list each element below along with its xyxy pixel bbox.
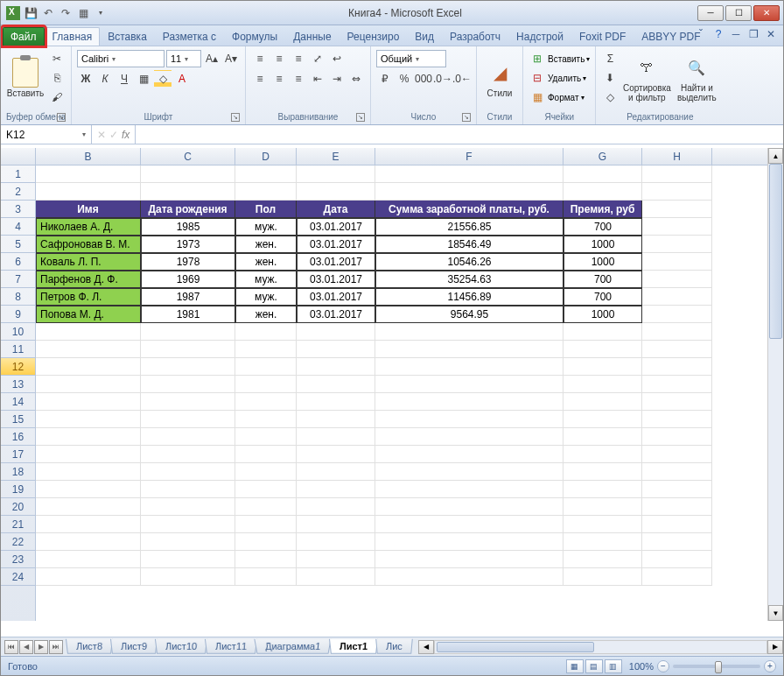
wrap-text-icon[interactable]: ↩: [328, 50, 346, 67]
cell[interactable]: [141, 341, 235, 358]
tab-file[interactable]: Файл: [3, 27, 45, 46]
scroll-right-icon[interactable]: ▶: [767, 640, 783, 654]
cell[interactable]: [375, 516, 564, 533]
cell[interactable]: Пол: [235, 201, 297, 218]
cell[interactable]: [642, 218, 712, 236]
cell[interactable]: [36, 463, 141, 481]
cell[interactable]: Премия, руб: [564, 201, 642, 218]
cell[interactable]: муж.: [235, 218, 297, 236]
zoom-in-icon[interactable]: +: [764, 660, 776, 672]
cell[interactable]: [235, 481, 297, 498]
scroll-down-icon[interactable]: ▼: [768, 605, 783, 621]
decrease-indent-icon[interactable]: ⇤: [309, 70, 326, 88]
row-header[interactable]: 1: [1, 165, 35, 183]
cell[interactable]: [375, 358, 564, 376]
hscroll-thumb[interactable]: [437, 642, 594, 652]
cell[interactable]: [642, 341, 712, 358]
merge-icon[interactable]: ⇔: [347, 70, 365, 88]
cell[interactable]: [564, 165, 642, 183]
maximize-button[interactable]: ☐: [725, 5, 752, 21]
cell[interactable]: [375, 165, 564, 183]
row-header[interactable]: 5: [1, 236, 35, 253]
delete-cells-button[interactable]: ⊟Удалить▾: [528, 69, 586, 87]
doc-restore-icon[interactable]: ❐: [746, 27, 760, 41]
cell[interactable]: [642, 516, 712, 533]
tab-layout[interactable]: Разметка с: [155, 27, 224, 46]
dialog-launcher-icon[interactable]: ↘: [57, 113, 66, 122]
horizontal-scrollbar[interactable]: ◀ ▶: [418, 640, 783, 654]
format-cells-button[interactable]: ▦Формат▾: [528, 88, 584, 106]
tab-addins[interactable]: Надстрой: [508, 27, 571, 46]
redo-icon[interactable]: ↷: [59, 6, 73, 20]
qat-btn-icon[interactable]: ▦: [76, 6, 90, 20]
italic-button[interactable]: К: [96, 70, 114, 88]
cell[interactable]: [564, 358, 642, 376]
row-header[interactable]: 7: [1, 271, 35, 288]
row-header[interactable]: 9: [1, 306, 35, 323]
cell[interactable]: [564, 568, 642, 586]
fill-icon[interactable]: ⬇: [601, 69, 619, 87]
cells-area[interactable]: ИмяДата рожденияПолДатаСумма заработной …: [36, 165, 767, 621]
cell[interactable]: [642, 253, 712, 271]
row-header[interactable]: 21: [1, 516, 35, 533]
cell[interactable]: [375, 463, 564, 481]
cell[interactable]: [36, 516, 141, 533]
cell[interactable]: [564, 376, 642, 393]
increase-indent-icon[interactable]: ⇥: [328, 70, 346, 88]
row-header[interactable]: 15: [1, 411, 35, 428]
cell[interactable]: [36, 533, 141, 551]
minimize-button[interactable]: ─: [697, 5, 724, 21]
orientation-icon[interactable]: ⤢: [309, 50, 326, 67]
cell[interactable]: жен.: [235, 253, 297, 271]
last-sheet-icon[interactable]: ⏭: [49, 640, 63, 654]
cell[interactable]: 1973: [141, 236, 235, 253]
row-header[interactable]: 2: [1, 183, 35, 201]
row-header[interactable]: 23: [1, 551, 35, 568]
fx-icon[interactable]: fx: [122, 129, 130, 141]
cell[interactable]: Николаев А. Д.: [36, 218, 141, 236]
cell[interactable]: [375, 428, 564, 446]
cell[interactable]: [297, 341, 375, 358]
grow-font-icon[interactable]: A▴: [203, 50, 220, 67]
cell[interactable]: [141, 498, 235, 516]
select-all-corner[interactable]: [1, 148, 36, 165]
normal-view-icon[interactable]: ▦: [566, 659, 584, 673]
cell[interactable]: [375, 183, 564, 201]
row-header[interactable]: 16: [1, 428, 35, 446]
cell[interactable]: 03.01.2017: [297, 236, 375, 253]
cell[interactable]: 1969: [141, 271, 235, 288]
cell[interactable]: [235, 358, 297, 376]
tab-data[interactable]: Данные: [285, 27, 339, 46]
tab-insert[interactable]: Вставка: [100, 27, 155, 46]
cell[interactable]: [642, 165, 712, 183]
cell[interactable]: [297, 323, 375, 341]
cell[interactable]: [235, 533, 297, 551]
cell[interactable]: Имя: [36, 201, 141, 218]
cell[interactable]: [297, 516, 375, 533]
cell[interactable]: [642, 533, 712, 551]
cell[interactable]: [235, 568, 297, 586]
cell[interactable]: [642, 183, 712, 201]
cell[interactable]: [642, 446, 712, 463]
underline-button[interactable]: Ч: [116, 70, 133, 88]
cell[interactable]: [36, 393, 141, 411]
page-layout-view-icon[interactable]: ▤: [585, 659, 603, 673]
border-button[interactable]: ▦: [135, 70, 152, 88]
cell[interactable]: Парфенов Д. Ф.: [36, 271, 141, 288]
cell[interactable]: [297, 165, 375, 183]
cell[interactable]: [642, 271, 712, 288]
tab-view[interactable]: Вид: [407, 27, 442, 46]
cell[interactable]: 03.01.2017: [297, 253, 375, 271]
font-size-combo[interactable]: 11▾: [166, 50, 201, 67]
col-header[interactable]: G: [564, 148, 642, 165]
cell[interactable]: [235, 376, 297, 393]
next-sheet-icon[interactable]: ▶: [34, 640, 48, 654]
vertical-scrollbar[interactable]: ▲ ▼: [767, 148, 783, 621]
cell[interactable]: [297, 551, 375, 568]
cell[interactable]: [564, 323, 642, 341]
cell[interactable]: [642, 498, 712, 516]
align-top-icon[interactable]: ≡: [251, 50, 269, 67]
sheet-tab[interactable]: Лист10: [155, 639, 207, 654]
cell[interactable]: [141, 568, 235, 586]
cell[interactable]: [235, 411, 297, 428]
